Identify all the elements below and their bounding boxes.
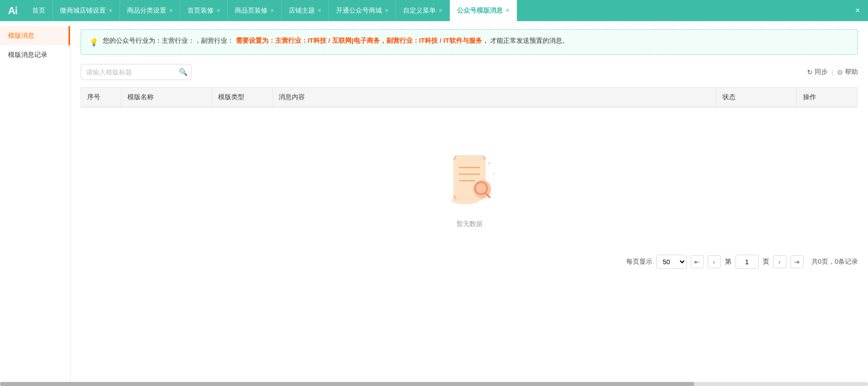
- horizontal-scrollbar[interactable]: [71, 382, 868, 386]
- sidebar-item-template-log[interactable]: 模版消息记录: [0, 45, 70, 64]
- empty-illustration: ✦ ✦: [439, 150, 500, 210]
- nav-tab-store-theme[interactable]: 店铺主题×: [282, 0, 329, 21]
- nav-tab-template-msg[interactable]: 公众号模版消息×: [450, 0, 517, 21]
- notice-icon: 💡: [89, 36, 99, 48]
- main-layout: 模版消息模版消息记录 💡 您的公众号行业为：主营行业：，副营行业： 需要设置为：…: [0, 21, 868, 386]
- sync-button[interactable]: ↻ 同步: [807, 67, 828, 76]
- data-table: 序号模版名称模版类型消息内容状态操作: [81, 87, 858, 108]
- toolbar-right: ↻ 同步 | ⊙ 帮助: [807, 67, 858, 76]
- close-tab-store-theme[interactable]: ×: [318, 7, 321, 14]
- nav-tab-product-decor[interactable]: 商品页装修×: [228, 0, 282, 21]
- th-content: 消息内容: [273, 88, 716, 107]
- first-page-button[interactable]: ⇤: [691, 255, 704, 268]
- nav-tab-custom-menu[interactable]: 自定义菜单×: [396, 0, 450, 21]
- svg-text:✦: ✦: [492, 172, 496, 176]
- per-page-select-wrap: 50 20 100: [656, 255, 687, 269]
- page-unit: 页: [763, 257, 769, 266]
- prev-page-button[interactable]: ‹: [708, 255, 721, 268]
- close-tab-open-store[interactable]: ×: [385, 7, 388, 14]
- close-tab-custom-menu[interactable]: ×: [439, 7, 442, 14]
- sidebar-item-template-msg[interactable]: 模版消息: [0, 26, 70, 45]
- table-header: 序号模版名称模版类型消息内容状态操作: [81, 88, 857, 107]
- th-type: 模版类型: [212, 88, 273, 107]
- close-tab-micro-store[interactable]: ×: [109, 7, 112, 14]
- sidebar: 模版消息模版消息记录: [0, 21, 71, 386]
- search-icon[interactable]: 🔍: [179, 68, 187, 76]
- th-seq: 序号: [81, 88, 121, 107]
- page-summary: 共0页，0条记录: [812, 257, 858, 266]
- app-logo[interactable]: Ai: [0, 0, 25, 21]
- help-icon: ⊙: [837, 68, 843, 76]
- close-all-button[interactable]: ×: [847, 6, 868, 15]
- top-nav: Ai 首页微商城店铺设置×商品分类设置×首页装修×商品页装修×店铺主题×开通公众…: [0, 0, 868, 21]
- pagination: 每页显示 50 20 100 ⇤ ‹ 第 页 › ⇥ 共0页，0条记录: [81, 255, 858, 269]
- nav-tab-home-decor[interactable]: 首页装修×: [180, 0, 228, 21]
- search-input[interactable]: [81, 64, 191, 80]
- nav-tab-home[interactable]: 首页: [25, 0, 53, 21]
- empty-text: 暂无数据: [456, 219, 483, 228]
- next-page-button[interactable]: ›: [773, 255, 786, 268]
- svg-text:✦: ✦: [487, 161, 491, 166]
- nav-tab-micro-store[interactable]: 微商城店铺设置×: [53, 0, 120, 21]
- close-tab-home-decor[interactable]: ×: [217, 7, 220, 14]
- page-input[interactable]: [736, 255, 759, 269]
- close-tab-product-decor[interactable]: ×: [271, 7, 274, 14]
- content-area: 💡 您的公众号行业为：主营行业：，副营行业： 需要设置为：主营行业：IT科技 /…: [71, 21, 868, 386]
- notice-box: 💡 您的公众号行业为：主营行业：，副营行业： 需要设置为：主营行业：IT科技 /…: [81, 29, 858, 55]
- per-page-label: 每页显示: [626, 257, 652, 266]
- close-tab-template-msg[interactable]: ×: [506, 7, 509, 14]
- toolbar-divider: |: [832, 68, 833, 76]
- per-page-select[interactable]: 50 20 100: [656, 255, 687, 269]
- scrollbar-thumb: [71, 382, 694, 386]
- notice-text: 您的公众号行业为：主营行业：，副营行业： 需要设置为：主营行业：IT科技 / 互…: [103, 36, 849, 46]
- th-name: 模版名称: [121, 88, 212, 107]
- nav-tab-open-store[interactable]: 开通公众号商城×: [329, 0, 396, 21]
- th-status: 状态: [716, 88, 797, 107]
- sync-icon: ↻: [807, 68, 813, 76]
- th-action: 操作: [797, 88, 857, 107]
- search-bar: 🔍 ↻ 同步 | ⊙ 帮助: [81, 64, 858, 80]
- empty-state: ✦ ✦ 暂无数据: [81, 114, 858, 255]
- nav-tab-product-category[interactable]: 商品分类设置×: [120, 0, 180, 21]
- nav-tabs: 首页微商城店铺设置×商品分类设置×首页装修×商品页装修×店铺主题×开通公众号商城…: [25, 0, 517, 21]
- sidebar-items: 模版消息模版消息记录: [0, 26, 70, 64]
- close-tab-product-category[interactable]: ×: [169, 7, 173, 14]
- last-page-button[interactable]: ⇥: [790, 255, 804, 268]
- search-input-wrap: 🔍: [81, 64, 191, 80]
- help-button[interactable]: ⊙ 帮助: [837, 67, 858, 76]
- page-label: 第: [725, 257, 731, 266]
